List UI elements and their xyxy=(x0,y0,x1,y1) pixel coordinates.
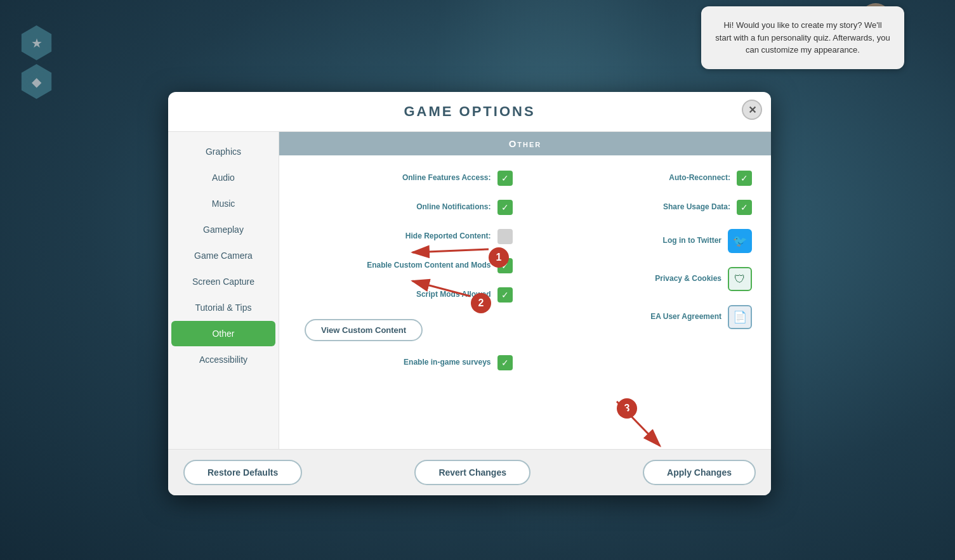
annotation-1: 1 xyxy=(489,247,509,268)
option-online-features: Online Features Access: ✓ xyxy=(298,171,513,186)
option-online-notifications: Online Notifications: ✓ xyxy=(298,200,513,215)
option-hide-reported-label: Hide Reported Content: xyxy=(405,231,491,242)
online-features-checkbox[interactable]: ✓ xyxy=(497,171,513,186)
option-enable-custom: Enable Custom Content and Mods ✓ xyxy=(298,258,513,273)
sidebar-item-game-camera[interactable]: Game Camera xyxy=(171,243,275,268)
option-log-twitter-label: Log in to Twitter xyxy=(663,236,721,246)
dialog-footer: Restore Defaults Revert Changes Apply Ch… xyxy=(168,449,771,495)
option-ea-agreement-label: EA User Agreement xyxy=(650,312,721,322)
section-header: Other xyxy=(279,132,771,155)
option-privacy-cookies: Privacy & Cookies 🛡 xyxy=(538,267,753,291)
content-area: Other Online Features Access: ✓ Online N… xyxy=(279,132,771,449)
dialog-body: Graphics Audio Music Gameplay Game Camer… xyxy=(168,132,771,449)
annotation-2: 2 xyxy=(471,293,491,313)
sidebar-item-tutorial[interactable]: Tutorial & Tips xyxy=(171,295,275,320)
auto-reconnect-checkbox[interactable]: ✓ xyxy=(737,171,752,186)
sidebar-item-music[interactable]: Music xyxy=(171,191,275,216)
option-in-game-surveys: Enable in-game surveys ✓ xyxy=(298,355,513,370)
tooltip-text: Hi! Would you like to create my story? W… xyxy=(715,20,890,55)
option-privacy-label: Privacy & Cookies xyxy=(655,274,721,284)
option-ea-agreement: EA User Agreement 📄 xyxy=(538,305,753,329)
privacy-button[interactable]: 🛡 xyxy=(728,267,752,291)
view-custom-row: View Custom Content xyxy=(298,316,513,341)
hex-icon-2: ◆ xyxy=(19,64,54,99)
twitter-button[interactable]: 🐦 xyxy=(728,229,752,253)
option-enable-custom-label: Enable Custom Content and Mods xyxy=(367,261,491,271)
online-notifications-checkbox[interactable]: ✓ xyxy=(497,200,513,215)
game-options-dialog: Game Options ✕ Graphics Audio Music Game… xyxy=(168,92,771,495)
option-online-notifications-label: Online Notifications: xyxy=(416,202,491,212)
option-share-usage-label: Share Usage Data: xyxy=(663,202,730,212)
sidebar-item-other[interactable]: Other xyxy=(171,321,275,346)
sidebar-item-graphics[interactable]: Graphics xyxy=(171,139,275,164)
option-log-twitter: Log in to Twitter 🐦 xyxy=(538,229,753,253)
revert-changes-button[interactable]: Revert Changes xyxy=(414,460,530,485)
tooltip-bubble: Hi! Would you like to create my story? W… xyxy=(701,6,904,69)
hide-reported-checkbox[interactable] xyxy=(497,229,513,244)
annotation-3: 3 xyxy=(617,398,637,419)
script-mods-checkbox[interactable]: ✓ xyxy=(497,287,513,303)
option-auto-reconnect: Auto-Reconnect: ✓ xyxy=(538,171,753,186)
option-hide-reported: Hide Reported Content: xyxy=(298,229,513,244)
option-in-game-surveys-label: Enable in-game surveys xyxy=(404,358,491,368)
sidebar-item-audio[interactable]: Audio xyxy=(171,165,275,190)
view-custom-content-button[interactable]: View Custom Content xyxy=(305,319,423,341)
left-column: Online Features Access: ✓ Online Notific… xyxy=(298,171,513,370)
restore-defaults-button[interactable]: Restore Defaults xyxy=(183,460,302,485)
option-auto-reconnect-label: Auto-Reconnect: xyxy=(669,173,730,183)
hex-icons-group: ★ ◆ xyxy=(19,25,54,99)
share-usage-checkbox[interactable]: ✓ xyxy=(737,200,752,215)
right-column: Auto-Reconnect: ✓ Share Usage Data: ✓ Lo… xyxy=(538,171,753,370)
close-button[interactable]: ✕ xyxy=(742,100,762,120)
apply-changes-button[interactable]: Apply Changes xyxy=(643,460,756,485)
ea-agreement-button[interactable]: 📄 xyxy=(728,305,752,329)
sidebar-item-screen-capture[interactable]: Screen Capture xyxy=(171,269,275,294)
in-game-surveys-checkbox[interactable]: ✓ xyxy=(497,355,513,370)
option-online-features-label: Online Features Access: xyxy=(402,173,491,183)
option-share-usage: Share Usage Data: ✓ xyxy=(538,200,753,215)
sidebar-item-accessibility[interactable]: Accessibility xyxy=(171,347,275,372)
dialog-title: Game Options xyxy=(168,92,771,132)
sidebar: Graphics Audio Music Gameplay Game Camer… xyxy=(168,132,279,449)
hex-icon-1: ★ xyxy=(19,25,54,60)
content-body: Online Features Access: ✓ Online Notific… xyxy=(279,155,771,386)
sidebar-item-gameplay[interactable]: Gameplay xyxy=(171,217,275,242)
